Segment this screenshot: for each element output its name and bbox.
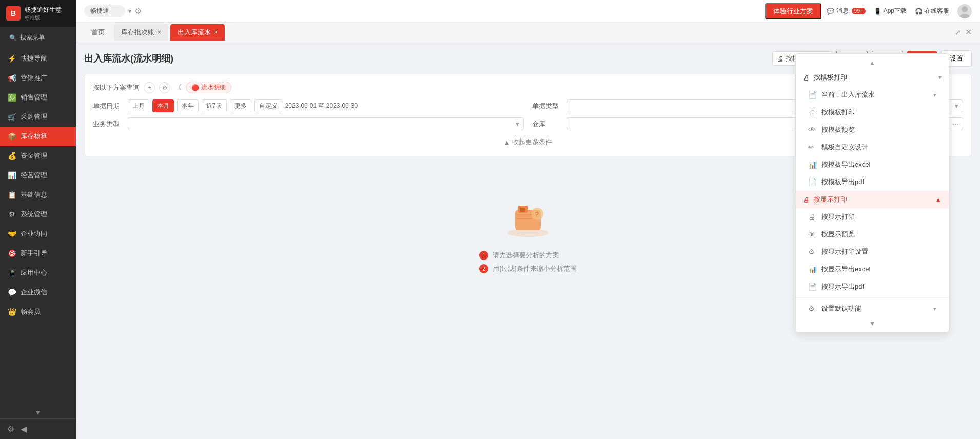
sidebar-scroll-down[interactable]: ▼ — [0, 407, 76, 418]
sidebar-item-inventory[interactable]: 📦 库存核算 — [0, 127, 76, 146]
app-download-icon: 📱 — [874, 8, 881, 15]
message-btn[interactable]: 💬 消息 99+ — [827, 7, 866, 15]
sidebar-search-area[interactable]: 🔍 搜索菜单 — [0, 27, 76, 49]
print-dropdown: ▲ 🖨 按模板打印 ▾ 📄 当前：出入库流水 ▾ 🖨 按模板打印 👁 按模板预览… — [795, 53, 949, 333]
dropdown-scroll-down[interactable]: ▼ — [796, 317, 949, 329]
app-name: 畅捷通好生意 — [25, 6, 62, 14]
current-template-label: 当前：出入库流水 — [821, 90, 875, 99]
dropdown-display-print[interactable]: 🖨 按显示打印 — [796, 208, 949, 226]
avatar[interactable] — [957, 4, 972, 18]
service-icon: 🎧 — [915, 8, 923, 15]
current-template-icon: 📄 — [808, 91, 816, 99]
biz-type-select[interactable]: ▾ — [128, 117, 524, 130]
tab-flow[interactable]: 出入库流水 × — [170, 24, 225, 41]
step-num-1: 1 — [479, 251, 488, 260]
template-custom-icon: ✏ — [808, 143, 816, 151]
dropdown-template-custom[interactable]: ✏ 模板自定义设计 — [796, 138, 949, 156]
sidebar-item-label: 快捷导航 — [21, 54, 47, 63]
sidebar-item-label: 库存核算 — [21, 132, 47, 141]
dropdown-display-preview[interactable]: 👁 按显示预览 — [796, 226, 949, 243]
sidebar-item-weixin[interactable]: 💬 企业微信 — [0, 283, 76, 302]
dropdown-display-pdf[interactable]: 📄 按显示导出pdf — [796, 278, 949, 295]
sidebar-item-marketing[interactable]: 📢 营销推广 — [0, 68, 76, 88]
dropdown-template-print[interactable]: 🖨 按模板打印 — [796, 104, 949, 121]
collapse-sidebar-icon[interactable]: ◀ — [21, 424, 27, 434]
display-excel-icon: 📊 — [808, 265, 816, 273]
template-print-item-label: 按模板打印 — [821, 108, 855, 117]
dropdown-template-excel[interactable]: 📊 按模板导出excel — [796, 156, 949, 173]
date-btn-this-month[interactable]: 本月 — [152, 99, 174, 112]
tab-batch-close-icon[interactable]: × — [158, 29, 161, 36]
dropdown-display-excel[interactable]: 📊 按显示导出excel — [796, 261, 949, 278]
search-menu-button[interactable]: 🔍 搜索菜单 — [5, 31, 71, 45]
date-btn-7days[interactable]: 近7天 — [202, 99, 227, 112]
filter-collapse-icon[interactable]: 《 — [174, 83, 182, 92]
sidebar-item-quick-nav[interactable]: ⚡ 快捷导航 — [0, 49, 76, 68]
filter-tag-flow[interactable]: 🔴 流水明细 — [186, 82, 231, 93]
date-btn-custom[interactable]: 自定义 — [254, 99, 282, 112]
sidebar-item-finance[interactable]: 💰 资金管理 — [0, 146, 76, 166]
sidebar-item-guide[interactable]: 🎯 新手引导 — [0, 244, 76, 263]
display-excel-label: 按显示导出excel — [821, 265, 870, 274]
sidebar-item-app-center[interactable]: 📱 应用中心 — [0, 263, 76, 283]
biz-field-label: 业务类型 — [93, 119, 124, 129]
dropdown-template-pdf[interactable]: 📄 按模板导出pdf — [796, 173, 949, 191]
tab-expand-icon[interactable]: ⤢ — [955, 28, 961, 36]
tab-batch[interactable]: 库存批次账 × — [114, 24, 168, 41]
template-preview-label: 按模板预览 — [821, 125, 855, 134]
sidebar-item-purchase[interactable]: 🛒 采购管理 — [0, 107, 76, 127]
online-service-btn[interactable]: 🎧 在线客服 — [915, 7, 949, 15]
sales-icon: 💹 — [7, 93, 16, 102]
system-icon: ⚙ — [7, 210, 16, 219]
member-icon: 👑 — [7, 307, 16, 316]
search-menu-label: 搜索菜单 — [20, 33, 45, 42]
date-btn-this-year[interactable]: 本年 — [177, 99, 199, 112]
date-btn-last-month[interactable]: 上月 — [128, 99, 149, 112]
sidebar-item-label: 企业协同 — [21, 229, 47, 238]
sidebar-item-label: 畅会员 — [21, 307, 41, 316]
date-btn-more[interactable]: 更多 — [230, 99, 251, 112]
sidebar-item-operations[interactable]: 📊 经营管理 — [0, 166, 76, 185]
sidebar-item-basics[interactable]: 📋 基础信息 — [0, 185, 76, 205]
set-default-arrow: ▾ — [933, 306, 936, 312]
tab-close-all-icon[interactable]: ✕ — [965, 27, 972, 37]
dropdown-scroll-up[interactable]: ▲ — [796, 57, 949, 69]
sidebar-item-system[interactable]: ⚙ 系统管理 — [0, 205, 76, 224]
sidebar-menu: ⚡ 快捷导航 📢 营销推广 💹 销售管理 🛒 采购管理 📦 库存核算 💰 资金管… — [0, 49, 76, 407]
sidebar-item-enterprise[interactable]: 🤝 企业协同 — [0, 224, 76, 244]
dropdown-divider — [796, 297, 949, 298]
settings-gear-icon[interactable]: ⚙ — [134, 6, 142, 16]
dropdown-set-default[interactable]: ⚙ 设置默认功能 ▾ — [796, 300, 949, 317]
template-excel-label: 按模板导出excel — [821, 160, 870, 169]
filter-gear-btn[interactable]: ⚙ — [159, 82, 170, 93]
sidebar-item-label: 销售管理 — [21, 93, 47, 102]
template-section-arrow-icon[interactable]: ▾ — [938, 74, 942, 81]
tabs-bar: 首页 库存批次账 × 出入库流水 × ⤢ ✕ — [76, 23, 980, 42]
experience-btn[interactable]: 体验行业方案 — [765, 3, 821, 19]
marketing-icon: 📢 — [7, 73, 16, 83]
dropdown-display-settings[interactable]: ⚙ 按显示打印设置 — [796, 243, 949, 261]
app-download-btn[interactable]: 📱 App下载 — [874, 7, 907, 15]
filter-add-btn[interactable]: + — [144, 82, 155, 93]
empty-step-2: 2 用[过滤]条件来缩小分析范围 — [479, 264, 576, 273]
date-options: 上月 本月 本年 近7天 更多 自定义 2023-06-01 至 2023-06… — [128, 99, 524, 112]
tab-flow-close-icon[interactable]: × — [214, 29, 218, 36]
sidebar-logo: B 畅捷通好生意 标准版 — [0, 0, 76, 27]
dropdown-template-preview[interactable]: 👁 按模板预览 — [796, 121, 949, 138]
step-num-2: 2 — [479, 264, 488, 273]
sidebar-item-member[interactable]: 👑 畅会员 — [0, 302, 76, 322]
svg-point-1 — [959, 14, 970, 18]
sidebar-item-label: 新手引导 — [21, 249, 47, 258]
dropdown-current-template[interactable]: 📄 当前：出入库流水 ▾ — [796, 86, 949, 104]
sidebar-item-label: 经营管理 — [21, 171, 47, 180]
sidebar-item-sales[interactable]: 💹 销售管理 — [0, 88, 76, 107]
filter-biz-field: 业务类型 ▾ — [93, 117, 524, 130]
dropdown-display-header[interactable]: 🖨 按显示打印 ▲ — [796, 191, 949, 208]
settings-icon[interactable]: ⚙ — [7, 424, 14, 434]
display-print-label: 按显示打印 — [821, 212, 855, 222]
finance-icon: 💰 — [7, 151, 16, 161]
biz-type-arrow-icon: ▾ — [516, 120, 519, 128]
user-dropdown-icon[interactable]: ▾ — [128, 8, 131, 15]
date-range-display: 2023-06-01 至 2023-06-30 — [285, 102, 358, 110]
tab-home[interactable]: 首页 — [84, 24, 112, 41]
